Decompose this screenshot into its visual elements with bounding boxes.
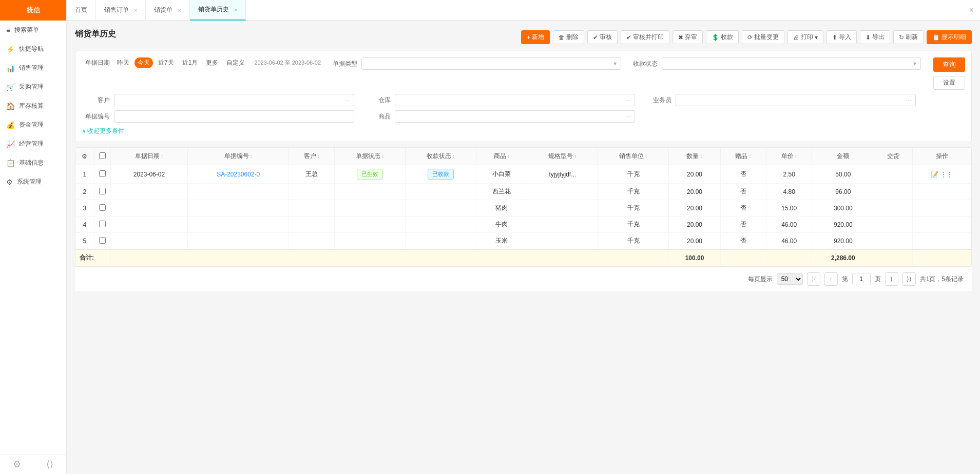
doc-type-select[interactable]: ▾ [361,57,621,70]
set-button[interactable]: 设置 [933,76,965,90]
per-page-select[interactable]: 50 10 20 100 [777,273,803,285]
tab-sales-goods-close[interactable]: × [178,7,181,13]
sidebar-item-label-basic: 基础信息 [19,159,44,167]
show-detail-button[interactable]: 📋 显示明细 [927,30,972,44]
th-date[interactable]: 单据日期↕ [110,148,188,165]
row-checkbox[interactable] [94,233,110,250]
audit-button[interactable]: ✔ 审核 [587,30,618,44]
th-doc-status[interactable]: 单据状态↕ [335,148,406,165]
row-transaction [874,216,913,233]
th-amount[interactable]: 金额 [812,148,874,165]
date-tag-1month[interactable]: 近1月 [179,57,201,68]
staff-input[interactable]: ··· [676,94,916,106]
collect-status-select[interactable]: ▾ [662,57,921,70]
collect-label: 收款 [721,33,733,42]
tab-sales-history-close[interactable]: × [234,7,237,13]
row-checkbox[interactable] [94,165,110,184]
th-collect-status[interactable]: 收款状态↕ [406,148,476,165]
batch-change-button[interactable]: ⟳ 批量变更 [742,30,784,44]
row-collect-status [406,184,476,200]
print-button[interactable]: 🖨 打印 ▾ [787,30,823,44]
tab-sales-order[interactable]: 销售订单 × [96,0,146,21]
row-unit: 千克 [598,165,669,184]
page-number-input[interactable]: 1 [852,273,871,285]
new-button[interactable]: + 新增 [521,30,550,44]
select-all-checkbox[interactable] [99,152,106,159]
date-tag-today[interactable]: 今天 [134,57,153,68]
sidebar-item-search-menu[interactable]: ≡ 搜索菜单 [0,21,66,40]
sidebar-item-inventory[interactable]: 🏠 库存核算 [0,96,66,115]
import-button[interactable]: ⬆ 导入 [827,30,857,44]
th-price[interactable]: 单价↕ [766,148,812,165]
finance-icon: 💰 [6,121,15,129]
last-page-button[interactable]: ⟩⟩ [902,272,916,286]
abandon-icon: ✖ [678,34,683,41]
date-tag-more[interactable]: 更多 [203,57,221,68]
sidebar-item-basic-info[interactable]: 📋 基础信息 [0,153,66,172]
sidebar-settings-icon[interactable]: ⚙ [13,459,21,470]
th-settings[interactable]: ⚙ [75,148,94,165]
warehouse-input[interactable]: ··· [395,94,635,106]
th-unit[interactable]: 销售单位↕ [598,148,669,165]
abandon-button[interactable]: ✖ 弃审 [672,30,703,44]
th-doc-no[interactable]: 单据编号↕ [188,148,289,165]
warehouse-label: 仓库 [362,96,391,105]
th-spec[interactable]: 规格型号↕ [527,148,598,165]
row-action [913,184,971,200]
close-all-tabs-button[interactable]: × [963,6,980,15]
date-tag-yesterday[interactable]: 昨天 [114,57,132,68]
collect-status-label: 收款状态 [629,60,658,68]
audit-print-button[interactable]: ✔ 审核并打印 [621,30,669,44]
th-customer[interactable]: 客户↕ [289,148,335,165]
th-checkbox[interactable] [94,148,110,165]
collect-button[interactable]: 💲 收款 [706,30,739,44]
sidebar-item-finance[interactable]: 💰 资金管理 [0,115,66,134]
data-table-wrap: ⚙ 单据日期↕ 单据编号↕ 客户↕ 单据状态↕ 收款状态↕ 商品↕ 规格型号↕ … [75,147,972,267]
row-qty: 20.00 [669,216,721,233]
more-action[interactable]: ⋮⋮ [940,171,953,178]
tab-home[interactable]: 首页 [67,0,96,21]
sidebar-item-sys-mgmt[interactable]: ⚙ 系统管理 [0,172,66,191]
tab-sales-goods-label: 销货单 [154,6,172,14]
tab-bar: 首页 销售订单 × 销货单 × 销货单历史 × × [67,0,980,21]
row-action [913,200,971,216]
new-label: 新增 [532,33,544,42]
export-button[interactable]: ⬇ 导出 [860,30,890,44]
tab-sales-order-close[interactable]: × [134,7,137,13]
sys-mgmt-icon: ⚙ [6,178,13,186]
row-goods: 牛肉 [476,216,527,233]
goods-input[interactable]: ··· [395,110,635,123]
next-page-button[interactable]: ⟩ [885,272,898,286]
first-page-button[interactable]: ⟨⟨ [807,272,820,286]
row-checkbox[interactable] [94,184,110,200]
customer-input[interactable]: ··· [114,94,354,106]
footer-empty4 [874,249,913,266]
refresh-button[interactable]: ↻ 刷新 [893,30,924,44]
th-gift[interactable]: 赠品↕ [720,148,766,165]
sidebar-item-sales-mgmt[interactable]: 📊 销售管理 [0,58,66,77]
edit-action[interactable]: 📝 [931,171,938,178]
collapse-filter-button[interactable]: ∧ 收起更多条件 [82,127,965,135]
tab-sales-goods[interactable]: 销货单 × [146,0,189,21]
delete-label: 删除 [566,33,579,42]
collapse-label: 收起更多条件 [87,127,124,135]
row-checkbox[interactable] [94,200,110,216]
th-qty[interactable]: 数量↕ [669,148,721,165]
sidebar-item-operations[interactable]: 📈 经营管理 [0,134,66,153]
sidebar-item-purchase-mgmt[interactable]: 🛒 采购管理 [0,77,66,96]
row-goods: 玉米 [476,233,527,250]
sidebar-collapse-icon[interactable]: ⟨⟩ [46,459,53,470]
th-goods[interactable]: 商品↕ [476,148,527,165]
prev-page-button[interactable]: ⟨ [824,272,838,286]
doc-no-input[interactable] [114,110,354,123]
refresh-icon: ↻ [899,34,904,41]
date-tag-7days[interactable]: 近7天 [155,57,177,68]
doc-no-link[interactable]: SA-20230602-0 [217,171,260,178]
tab-sales-history[interactable]: 销货单历史 × [190,0,246,21]
query-button[interactable]: 查询 [933,57,965,72]
row-checkbox[interactable] [94,216,110,233]
date-tag-custom[interactable]: 自定义 [223,57,248,68]
sidebar-item-quick-nav[interactable]: ⚡ 快捷导航 [0,40,66,58]
delete-button[interactable]: 🗑 删除 [553,30,584,44]
th-transaction[interactable]: 交货 [874,148,913,165]
